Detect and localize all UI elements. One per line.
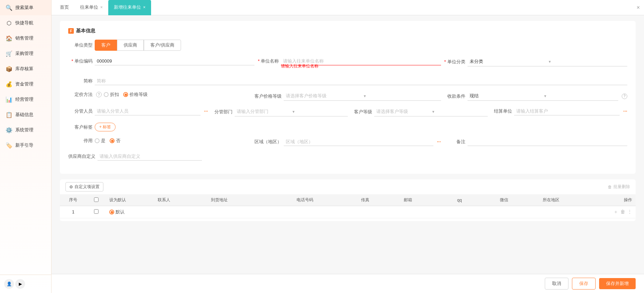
- th-qq: qq: [454, 194, 496, 206]
- delete-row-icon[interactable]: 🗑: [620, 209, 625, 215]
- contacts-table: 序号 设为默认 联系人 到货地址 电话号码 传真 邮箱 qq 微信 所在地区: [60, 194, 636, 218]
- sidebar-item-quick-nav[interactable]: ⬡ 快捷导航: [0, 15, 51, 31]
- region-input[interactable]: [284, 138, 433, 146]
- disabled-no-label: 否: [116, 138, 120, 144]
- customize-label: 自定义项设置: [74, 184, 100, 190]
- customer-level-select[interactable]: 请选择客户等级 ▼: [374, 107, 488, 116]
- short-name-input[interactable]: [95, 77, 627, 85]
- notes-input[interactable]: [468, 138, 627, 146]
- quick-nav-icon: ⬡: [6, 19, 13, 26]
- disabled-no-dot: [111, 140, 113, 142]
- disabled-yes[interactable]: 是: [95, 138, 105, 144]
- sidebar-avatar[interactable]: 👤: [4, 279, 14, 289]
- region-field: 区域（地区） ···: [254, 138, 441, 146]
- code-name-row: 单位编码 单位名称 请输入往来单位名称 单位分类 未分类 ▼: [68, 57, 627, 71]
- sidebar-item-sales[interactable]: 🏠 销售管理: [0, 31, 51, 46]
- customer-level-label: 客户等级: [348, 109, 372, 115]
- tab-new-partner[interactable]: 新增往来单位 ×: [108, 0, 151, 15]
- row-checkbox[interactable]: [94, 209, 99, 214]
- batch-delete-button[interactable]: 🗑 批量删除: [608, 184, 630, 190]
- unit-category-select[interactable]: 未分类 ▼: [468, 57, 627, 66]
- tab-home[interactable]: 首页: [54, 0, 74, 15]
- tags-row: 客户标签 + 标签: [68, 123, 627, 131]
- region-more[interactable]: ···: [437, 139, 441, 145]
- sidebar-label-sales: 销售管理: [15, 35, 33, 41]
- short-name-row: 简称: [68, 77, 627, 85]
- pricing-discount[interactable]: 折扣: [104, 91, 119, 98]
- unit-name-label: 单位名称: [254, 58, 279, 64]
- purchase-icon: 🛒: [6, 50, 13, 57]
- th-wechat: 微信: [496, 194, 539, 206]
- save-button[interactable]: 保存: [572, 278, 596, 290]
- operations-icon: 📊: [6, 96, 13, 103]
- sidebar-bottom: 👤 ▶: [0, 275, 51, 293]
- customer-price-level-select[interactable]: 请选择客户价格等级 ▼: [284, 91, 441, 101]
- cell-seq: 1: [60, 206, 87, 218]
- th-checkbox[interactable]: [94, 197, 99, 202]
- default-radio[interactable]: [109, 210, 114, 214]
- payment-terms-help-icon[interactable]: ?: [622, 93, 627, 99]
- default-radio-label[interactable]: 默认: [109, 209, 150, 215]
- th-contact: 联系人: [154, 194, 208, 206]
- sidebar-item-operations[interactable]: 📊 经营管理: [0, 92, 51, 107]
- sidebar-label-system: 系统管理: [15, 127, 33, 133]
- cell-action: ＋ 🗑 ⋮: [593, 206, 636, 218]
- tab-bar-close[interactable]: ×: [637, 5, 640, 11]
- settlement-unit-more[interactable]: ···: [623, 108, 627, 114]
- department-select[interactable]: 请输入分管部门 ▼: [235, 107, 348, 116]
- disabled-yes-radio[interactable]: [95, 138, 100, 143]
- tab-new-partner-close[interactable]: ×: [143, 5, 146, 10]
- section-icon: F: [68, 28, 74, 34]
- unit-type-customer[interactable]: 客户: [95, 40, 117, 51]
- settlement-unit-field: 结算单位 ···: [488, 107, 628, 115]
- sidebar-item-purchase[interactable]: 🛒 采购管理: [0, 46, 51, 61]
- manager-more[interactable]: ···: [204, 108, 208, 114]
- tab-partners-close[interactable]: ×: [100, 5, 103, 10]
- sidebar-item-basic-info[interactable]: 📋 基础信息: [0, 107, 51, 122]
- sidebar-item-guide[interactable]: 🏷️ 新手引导: [0, 138, 51, 153]
- pricing-discount-radio[interactable]: [104, 92, 109, 97]
- sidebar-item-system[interactable]: ⚙️ 系统管理: [0, 122, 51, 138]
- add-row-icon[interactable]: ＋: [613, 209, 618, 215]
- sidebar-item-inventory[interactable]: 📦 库存核算: [0, 61, 51, 76]
- payment-terms-select[interactable]: 现结 ▼: [468, 91, 618, 101]
- sidebar-expand-icon[interactable]: ▶: [15, 279, 25, 289]
- disabled-radio-group: 是 否: [95, 138, 120, 144]
- unit-name-field: 单位名称 请输入往来单位名称: [254, 57, 441, 71]
- sales-icon: 🏠: [6, 35, 13, 42]
- drag-handle-icon[interactable]: ⋮: [627, 209, 632, 215]
- pricing-level[interactable]: 价格等级: [123, 91, 148, 98]
- supplier-custom-input[interactable]: [97, 152, 202, 161]
- unit-category-label: 单位分类: [441, 59, 465, 65]
- cancel-button[interactable]: 取消: [545, 278, 568, 290]
- manager-input[interactable]: [95, 107, 201, 115]
- sidebar-label-search: 搜索菜单: [15, 5, 33, 11]
- pricing-level-radio[interactable]: [123, 92, 128, 97]
- disabled-no[interactable]: 否: [110, 138, 120, 144]
- payment-terms-label: 收款条件: [441, 93, 465, 99]
- tab-home-label: 首页: [60, 4, 69, 10]
- customer-level-field: 客户等级 请选择客户等级 ▼: [348, 107, 488, 116]
- payment-terms-field: 收款条件 现结 ▼ ?: [441, 91, 627, 101]
- department-placeholder: 请输入分管部门: [237, 108, 291, 115]
- save-new-button[interactable]: 保存并新增: [599, 278, 636, 289]
- pricing-help-icon[interactable]: ?: [96, 92, 102, 97]
- unit-type-supplier[interactable]: 供应商: [117, 40, 144, 51]
- table-row: 1 默认: [60, 206, 636, 218]
- section-title-text: 基本信息: [76, 28, 95, 34]
- supplier-custom-label: 供应商自定义: [68, 153, 95, 160]
- add-tag-button[interactable]: + 标签: [95, 123, 116, 131]
- tab-bar: 首页 往来单位 × 新增往来单位 × ×: [52, 0, 644, 15]
- sidebar-item-finance[interactable]: 💰 资金管理: [0, 76, 51, 92]
- tab-partners[interactable]: 往来单位 ×: [74, 0, 108, 15]
- disabled-label: 停用: [68, 138, 93, 144]
- disabled-no-radio[interactable]: [110, 138, 115, 143]
- sidebar-item-search[interactable]: 🔍 搜索菜单: [0, 0, 51, 15]
- unit-type-both[interactable]: 客户/供应商: [144, 40, 181, 51]
- cell-check: [87, 206, 106, 218]
- th-address: 到货地址: [207, 194, 293, 206]
- settlement-unit-input[interactable]: [514, 107, 620, 115]
- supplier-custom-row: 供应商自定义: [68, 152, 627, 161]
- unit-code-input[interactable]: [95, 57, 254, 65]
- customize-button[interactable]: ⚙ 自定义项设置: [65, 182, 103, 192]
